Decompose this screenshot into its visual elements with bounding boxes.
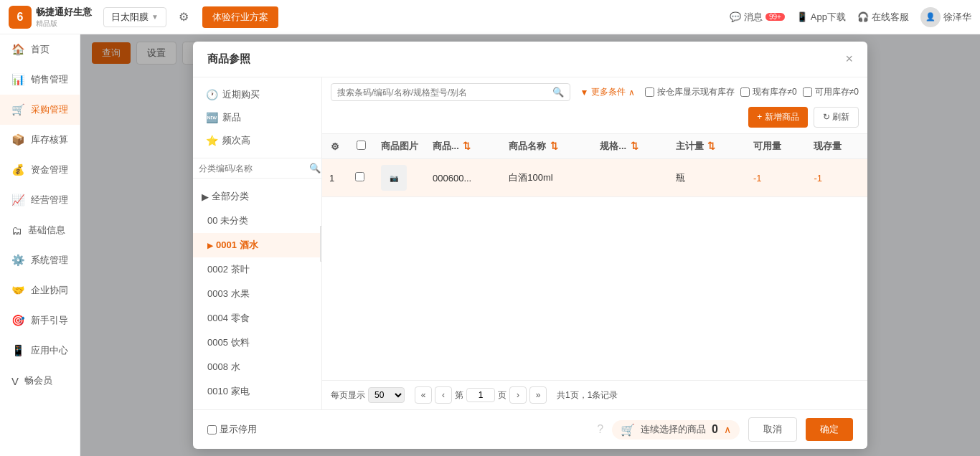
sidebar-item-basic[interactable]: 🗂 基础信息: [0, 215, 80, 245]
category-0004[interactable]: 0004 零食: [193, 306, 321, 331]
sidebar-label-finance: 资金管理: [31, 163, 68, 176]
td-name: 白酒100ml: [501, 159, 593, 197]
sidebar-item-corp[interactable]: 🤝 企业协同: [0, 275, 80, 305]
checkbox-warehouse-input[interactable]: [645, 87, 654, 97]
filter-label: 更多条件: [591, 86, 626, 98]
sidebar-item-inventory[interactable]: 📦 库存核算: [0, 125, 80, 155]
checkbox-available-input[interactable]: [740, 87, 750, 97]
last-page-btn[interactable]: »: [529, 386, 547, 404]
category-0003[interactable]: 0003 水果: [193, 282, 321, 306]
tab-new[interactable]: 🆕 新品: [199, 106, 316, 129]
row-checkbox[interactable]: [355, 172, 364, 181]
next-page-btn[interactable]: ›: [509, 386, 527, 404]
category-0005[interactable]: 0005 饮料: [193, 331, 321, 355]
refresh-btn[interactable]: ↻ 刷新: [814, 107, 859, 128]
user-area[interactable]: 👤 徐泽华: [920, 7, 971, 27]
sort-spec-icon[interactable]: ⇅: [631, 141, 639, 151]
sidebar-item-guide[interactable]: 🎯 新手引导: [0, 305, 80, 336]
cart-count: 0: [712, 423, 718, 436]
category-0010[interactable]: 0010 家电: [193, 379, 321, 404]
nav-selector[interactable]: 日太阳膜 ▼: [103, 7, 166, 27]
sidebar-item-apps[interactable]: 📱 应用中心: [0, 336, 80, 366]
sidebar-item-management[interactable]: 📈 经营管理: [0, 185, 80, 215]
filter-up-icon: ∧: [628, 87, 635, 98]
category-00-label: 00 未分类: [207, 214, 248, 227]
modal-close-btn[interactable]: ×: [845, 52, 853, 67]
messages-item[interactable]: 💬 消息 99+: [730, 11, 785, 24]
more-filter-btn[interactable]: ▼ 更多条件 ∧: [576, 83, 640, 101]
per-page-dropdown[interactable]: 501020100: [368, 387, 405, 403]
help-icon[interactable]: ?: [597, 423, 603, 436]
page-input[interactable]: [466, 388, 495, 402]
category-0008-label: 0008 水: [207, 361, 240, 374]
checkbox-available[interactable]: 现有库存≠0: [740, 86, 796, 98]
th-spec[interactable]: 规格... ⇅: [593, 134, 668, 159]
select-all-checkbox[interactable]: [357, 141, 366, 150]
category-0001[interactable]: ▶ 0001 酒水: [193, 233, 321, 257]
product-table: ⚙ 商品图片 商品... ⇅: [322, 134, 867, 380]
sort-name-icon[interactable]: ⇅: [550, 141, 558, 151]
selector-label: 日太阳膜: [111, 11, 149, 24]
sort-code-icon[interactable]: ⇅: [463, 141, 471, 151]
th-img: 商品图片: [374, 134, 425, 159]
product-thumbnail: 📷: [381, 165, 407, 191]
sidebar-label-inventory: 库存核算: [31, 133, 68, 146]
new-icon: 🆕: [206, 112, 218, 123]
category-00[interactable]: 00 未分类: [193, 209, 321, 233]
checkbox-warehouse[interactable]: 按仓库显示现有库存: [645, 86, 735, 98]
category-0001-label: 0001 酒水: [216, 239, 258, 252]
tab-frequent[interactable]: ⭐ 频次高: [199, 129, 316, 152]
td-check: [348, 159, 374, 197]
category-search-input[interactable]: [199, 163, 306, 174]
sidebar-item-home[interactable]: 🏠 首页: [0, 34, 80, 65]
add-product-btn[interactable]: + 新增商品: [748, 107, 807, 128]
settings-icon[interactable]: ⚙: [172, 6, 195, 29]
table-row[interactable]: 1 📷 000600... 白酒100ml: [322, 159, 867, 197]
td-img: 📷: [374, 159, 425, 197]
filter-icon: ▼: [580, 87, 589, 98]
home-icon: 🏠: [11, 43, 25, 56]
logo-area: 6 畅捷通好生意 精品版: [9, 6, 92, 29]
product-search-input[interactable]: [337, 87, 550, 98]
app-download-item[interactable]: 📱 App下载: [796, 11, 846, 24]
table-header-row: ⚙ 商品图片 商品... ⇅: [322, 134, 867, 159]
th-name[interactable]: 商品名称 ⇅: [501, 134, 593, 159]
sort-unit-icon[interactable]: ⇅: [707, 141, 715, 151]
collapse-left-btn[interactable]: ‹‹: [320, 226, 322, 262]
category-0002[interactable]: 0002 茶叶: [193, 257, 321, 282]
product-search-icon[interactable]: 🔍: [552, 87, 564, 98]
th-spec-label: 规格...: [600, 141, 626, 151]
th-unit[interactable]: 主计量 ⇅: [669, 134, 746, 159]
sidebar-label-system: 系统管理: [31, 254, 68, 267]
tab-recent[interactable]: 🕐 近期购买: [199, 83, 316, 106]
sidebar-item-system[interactable]: ⚙️ 系统管理: [0, 245, 80, 275]
category-all-arrow: ▶: [202, 191, 209, 202]
sidebar-item-finance[interactable]: 💰 资金管理: [0, 155, 80, 185]
modal-header: 商品参照 ×: [193, 42, 867, 77]
checkbox-usable-input[interactable]: [803, 87, 812, 97]
guide-icon: 🎯: [11, 314, 25, 327]
show-disabled-check[interactable]: 显示停用: [207, 423, 257, 436]
checkbox-usable[interactable]: 可用库存≠0: [803, 86, 859, 98]
cart-icon[interactable]: 🛒: [621, 423, 635, 437]
show-disabled-checkbox[interactable]: [207, 425, 217, 434]
category-0008[interactable]: 0008 水: [193, 355, 321, 379]
trial-btn[interactable]: 体验行业方案: [202, 6, 278, 28]
prev-page-btn[interactable]: ‹: [435, 386, 452, 404]
product-search-box: 🔍: [331, 83, 570, 101]
apps-icon: 📱: [11, 344, 25, 357]
cart-area: 🛒 连续选择的商品 0 ∧: [612, 420, 740, 440]
sidebar-item-sales[interactable]: 📊 销售管理: [0, 65, 80, 95]
online-service-item[interactable]: 🎧 在线客服: [857, 11, 909, 24]
basic-icon: 🗂: [11, 224, 22, 237]
category-all[interactable]: ▶ 全部分类: [193, 184, 321, 209]
sidebar-item-purchase[interactable]: 🛒 采购管理: [0, 95, 80, 125]
cancel-btn[interactable]: 取消: [748, 417, 797, 442]
th-settings[interactable]: ⚙: [322, 134, 348, 159]
th-code[interactable]: 商品... ⇅: [425, 134, 501, 159]
first-page-btn[interactable]: «: [415, 386, 432, 404]
sidebar-item-member[interactable]: V 畅会员: [0, 366, 80, 396]
category-search-icon[interactable]: 🔍: [309, 163, 321, 174]
confirm-btn[interactable]: 确定: [806, 418, 853, 441]
cart-collapse-icon[interactable]: ∧: [724, 424, 731, 435]
